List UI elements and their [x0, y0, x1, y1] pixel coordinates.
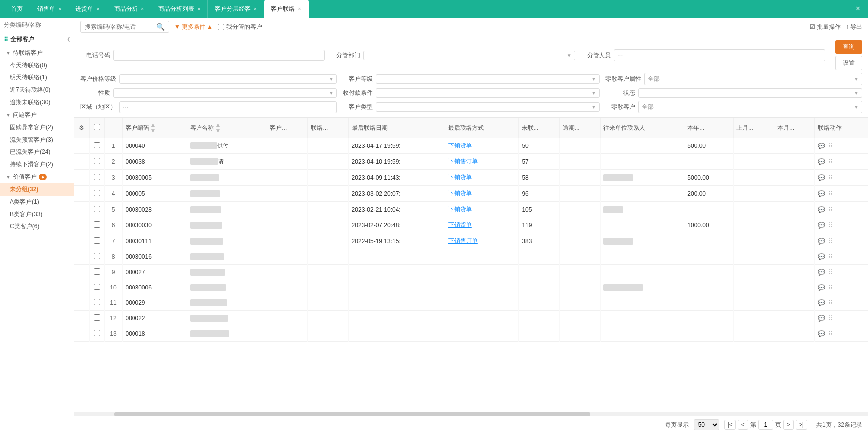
chat-icon-11[interactable]: 💬 [818, 315, 825, 322]
chat-icon-1[interactable]: 💬 [818, 158, 825, 165]
apps-icon-8[interactable]: ⠿ [828, 269, 833, 276]
th-contacts[interactable]: 往来单位联系人 [600, 118, 684, 138]
th-overdue[interactable]: 逾期... [559, 118, 600, 138]
tab-close-customer-tier[interactable]: × [254, 6, 257, 12]
th-last-contact-method[interactable]: 最后联络方式 [445, 118, 519, 138]
person-select[interactable]: ··· [614, 49, 825, 61]
chat-icon-2[interactable]: 💬 [818, 174, 825, 181]
row-method-link-0[interactable]: 下销货单 [448, 142, 472, 149]
sidebar-item-overdue-pending[interactable]: 逾期未联络(30) [0, 96, 74, 109]
export-button[interactable]: ↑ 导出 [846, 23, 862, 31]
apps-icon-7[interactable]: ⠿ [828, 253, 833, 260]
row-check-12[interactable] [89, 326, 104, 342]
tab-customer-tier[interactable]: 客户分层经客 × [208, 0, 264, 18]
tab-analysis-list[interactable]: 商品分析列表 × [151, 0, 207, 18]
th-no-contact[interactable]: 未联... [519, 118, 559, 138]
sidebar-item-churn-warning[interactable]: 流失预警客户(3) [0, 134, 74, 146]
row-method-link-1[interactable]: 下销售订单 [448, 158, 478, 165]
row-method-link-6[interactable]: 下销售订单 [448, 237, 478, 244]
horizontal-scrollbar[interactable] [74, 412, 868, 416]
row-checkbox-2[interactable] [94, 174, 100, 180]
chat-icon-5[interactable]: 💬 [818, 222, 825, 229]
row-check-0[interactable] [89, 138, 104, 154]
sidebar-group-problem[interactable]: ▼ 问题客户 [0, 109, 74, 121]
my-customers-check[interactable] [218, 24, 224, 30]
close-all-tabs-button[interactable]: × [852, 4, 864, 13]
apps-icon-9[interactable]: ⠿ [828, 284, 833, 291]
row-check-11[interactable] [89, 311, 104, 326]
row-checkbox-11[interactable] [94, 314, 100, 321]
chat-icon-10[interactable]: 💬 [818, 299, 825, 306]
th-checkbox[interactable] [89, 118, 104, 138]
sidebar-item-ungrouped[interactable]: 未分组(32) [0, 183, 74, 196]
row-checkbox-12[interactable] [94, 330, 100, 336]
sidebar-item-churned[interactable]: 已流失客户(24) [0, 146, 74, 158]
chat-icon-3[interactable]: 💬 [818, 190, 825, 197]
row-method-link-2[interactable]: 下销货单 [448, 174, 472, 181]
tab-close-purchase[interactable]: × [96, 6, 99, 12]
phone-input[interactable] [113, 50, 325, 61]
apps-icon-2[interactable]: ⠿ [828, 174, 833, 181]
th-name[interactable]: 客户名称 ▲▼ [187, 118, 267, 138]
prev-page-button[interactable]: < [738, 420, 748, 430]
row-check-2[interactable] [89, 170, 104, 186]
batch-op-button[interactable]: ☑ 批量操作 [810, 23, 841, 31]
apps-icon-4[interactable]: ⠿ [828, 206, 833, 213]
sidebar-item-class-a[interactable]: A类客户(1) [0, 196, 74, 208]
more-conditions-button[interactable]: ▼ 更多条件 ▲ [174, 23, 213, 31]
sidebar-item-class-b[interactable]: B类客户(33) [0, 208, 74, 220]
my-customers-checkbox[interactable]: 我分管的客户 [218, 23, 262, 31]
retail-attr-select[interactable]: 全部 ▼ [644, 73, 862, 85]
th-code[interactable]: 客户编码 ▲▼ [122, 118, 187, 138]
sidebar-item-tomorrow-pending[interactable]: 明天待联络(1) [0, 72, 74, 84]
customer-type-select[interactable]: ▼ [376, 102, 600, 112]
settings-icon[interactable]: ⚙ [79, 124, 84, 131]
price-level-select[interactable]: ▼ [119, 74, 337, 84]
apps-icon-0[interactable]: ⠿ [828, 143, 833, 149]
row-check-9[interactable] [89, 280, 104, 295]
tab-sales[interactable]: 销售单 × [30, 0, 68, 18]
chat-icon-4[interactable]: 💬 [818, 206, 825, 213]
th-type[interactable]: 客户... [267, 118, 308, 138]
payment-select[interactable]: ▼ [376, 88, 600, 98]
row-checkbox-9[interactable] [94, 284, 100, 290]
sidebar-item-today-pending[interactable]: 今天待联络(0) [0, 59, 74, 72]
row-checkbox-4[interactable] [94, 206, 100, 212]
th-this-month[interactable]: 本月... [774, 118, 815, 138]
tab-close-analysis[interactable]: × [141, 6, 144, 12]
th-action[interactable]: 联络动作 [815, 118, 868, 138]
chat-icon-6[interactable]: 💬 [818, 238, 825, 245]
tab-customer-contact[interactable]: 客户联络 × [264, 0, 308, 18]
row-check-7[interactable] [89, 249, 104, 265]
th-contact[interactable]: 联络... [308, 118, 348, 138]
status-select[interactable]: ▼ [638, 88, 862, 98]
sidebar-item-abnormal[interactable]: 固购异常客户(2) [0, 121, 74, 134]
chat-icon-12[interactable]: 💬 [818, 330, 825, 337]
sidebar-search-input[interactable] [4, 21, 74, 28]
person-dots[interactable]: ··· [617, 51, 623, 59]
row-check-10[interactable] [89, 295, 104, 311]
sidebar-item-class-c[interactable]: C类客户(6) [0, 220, 74, 233]
row-method-link-4[interactable]: 下销货单 [448, 206, 472, 213]
region-select[interactable]: ··· [119, 101, 337, 113]
chat-icon-9[interactable]: 💬 [818, 284, 825, 291]
row-checkbox-10[interactable] [94, 299, 100, 305]
sidebar-group-pending[interactable]: ▼ 待联络客户 [0, 47, 74, 59]
row-checkbox-8[interactable] [94, 268, 100, 275]
th-this-year[interactable]: 本年... [684, 118, 734, 138]
tab-close-sales[interactable]: × [58, 6, 61, 12]
next-page-button[interactable]: > [783, 420, 794, 430]
retail-customer-select[interactable]: 全部 ▼ [638, 101, 862, 113]
dept-select[interactable]: ▼ [363, 51, 575, 60]
sidebar-item-7day-pending[interactable]: 近7天待联络(0) [0, 84, 74, 96]
chat-icon-7[interactable]: 💬 [818, 253, 825, 260]
row-check-8[interactable] [89, 265, 104, 280]
th-settings[interactable]: ⚙ [74, 118, 89, 138]
per-page-select[interactable]: 50 100 200 [694, 419, 719, 430]
row-method-link-3[interactable]: 下销货单 [448, 190, 472, 197]
query-button[interactable]: 查询 [835, 40, 862, 54]
sidebar-group-value[interactable]: ▼ 价值客户 ● [0, 171, 74, 183]
row-checkbox-1[interactable] [94, 158, 100, 164]
all-customers-header[interactable]: ⠿ 全部客户 《 [0, 32, 74, 47]
chat-icon-8[interactable]: 💬 [818, 269, 825, 276]
